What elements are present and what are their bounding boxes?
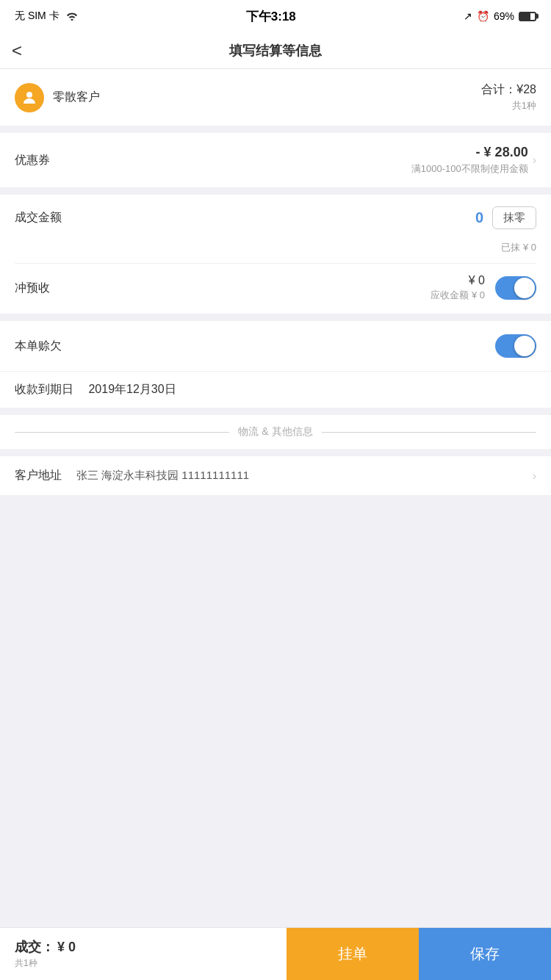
chevron-right-icon: › — [533, 154, 536, 167]
logistics-line-right — [322, 432, 536, 433]
alarm-icon: ⏰ — [477, 10, 489, 22]
due-date-row: 收款到期日 2019年12月30日 — [0, 371, 551, 408]
coupon-detail: 满1000-100不限制使用金额 — [411, 162, 528, 176]
customer-left: 零散客户 — [15, 83, 100, 112]
transaction-label: 成交金额 — [15, 210, 62, 226]
content: 零散客户 合计：¥28 共1种 优惠券 - ¥ 28.00 满1000-100不… — [0, 69, 551, 716]
page-title: 填写结算等信息 — [229, 42, 322, 60]
back-button[interactable]: < — [12, 40, 22, 61]
coupon-value-wrapper: - ¥ 28.00 满1000-100不限制使用金额 — [411, 145, 528, 176]
sim-status: 无 SIM 卡 — [15, 10, 60, 23]
total-amount: 合计：¥28 — [481, 82, 536, 98]
prepayment-toggle[interactable] — [495, 276, 536, 300]
customer-name: 零散客户 — [53, 90, 100, 105]
bottom-deal-amount: ¥ 0 — [57, 940, 76, 954]
battery-percent: 69% — [494, 10, 514, 22]
debt-label: 本单赊欠 — [15, 339, 62, 354]
prepayment-right: ¥ 0 应收金额 ¥ 0 — [431, 274, 536, 302]
bottom-summary: 成交： ¥ 0 共1种 — [0, 938, 287, 970]
round-sub-label: 已抹 ¥ 0 — [0, 241, 551, 263]
save-button[interactable]: 保存 — [419, 928, 551, 981]
status-bar: 无 SIM 卡 下午3:18 ↗ ⏰ 69% — [0, 0, 551, 32]
prepayment-amount-main: ¥ 0 — [431, 274, 485, 287]
debt-card: 本单赊欠 收款到期日 2019年12月30日 — [0, 321, 551, 408]
customer-card: 零散客户 合计：¥28 共1种 — [0, 69, 551, 126]
transaction-row: 成交金额 抹零 — [0, 195, 551, 241]
bottom-deal: 成交： ¥ 0 — [15, 938, 272, 956]
empty-area — [0, 502, 551, 649]
address-value: 张三 海淀永丰科技园 11111111111 — [76, 469, 533, 483]
prepayment-label: 冲预收 — [15, 281, 50, 296]
customer-row: 零散客户 合计：¥28 共1种 — [0, 69, 551, 126]
address-label: 客户地址 — [15, 468, 62, 483]
debt-row: 本单赊欠 — [0, 321, 551, 371]
coupon-row[interactable]: 优惠券 - ¥ 28.00 满1000-100不限制使用金额 › — [0, 133, 551, 187]
hang-button[interactable]: 挂单 — [287, 928, 419, 981]
address-chevron-icon: › — [533, 469, 536, 483]
wifi-icon — [65, 10, 79, 23]
coupon-discount: - ¥ 28.00 — [411, 145, 528, 160]
status-right: ↗ ⏰ 69% — [464, 10, 536, 22]
status-time: 下午3:18 — [246, 8, 296, 25]
coupon-right: - ¥ 28.00 满1000-100不限制使用金额 › — [411, 145, 536, 176]
logistics-line-left — [15, 432, 229, 433]
prepayment-amount-sub: 应收金额 ¥ 0 — [431, 289, 485, 302]
address-row[interactable]: 客户地址 张三 海淀永丰科技园 11111111111 › — [0, 456, 551, 495]
prepayment-row: 冲预收 ¥ 0 应收金额 ¥ 0 — [15, 274, 536, 302]
transaction-input[interactable] — [294, 209, 483, 226]
coupon-label: 优惠券 — [15, 153, 50, 168]
total-count: 共1种 — [481, 99, 536, 112]
logistics-title: 物流 & 其他信息 — [229, 425, 321, 439]
prepayment-section: 冲预收 ¥ 0 应收金额 ¥ 0 — [0, 264, 551, 314]
nav-bar: < 填写结算等信息 — [0, 32, 551, 69]
coupon-card: 优惠券 - ¥ 28.00 满1000-100不限制使用金额 › — [0, 133, 551, 187]
location-icon: ↗ — [464, 10, 472, 22]
svg-point-0 — [26, 92, 32, 98]
round-zero-button[interactable]: 抹零 — [492, 206, 536, 229]
logistics-header: 物流 & 其他信息 — [0, 415, 551, 449]
debt-toggle[interactable] — [495, 334, 536, 358]
bottom-bar: 成交： ¥ 0 共1种 挂单 保存 — [0, 927, 551, 980]
transaction-card: 成交金额 抹零 已抹 ¥ 0 冲预收 ¥ 0 应收金额 ¥ 0 — [0, 195, 551, 314]
due-date-label: 收款到期日 — [15, 383, 73, 395]
battery-icon — [519, 12, 536, 21]
logistics-card: 物流 & 其他信息 — [0, 415, 551, 449]
avatar — [15, 83, 44, 112]
status-left: 无 SIM 卡 — [15, 10, 79, 23]
toggle-knob — [514, 278, 535, 298]
prepayment-amounts: ¥ 0 应收金额 ¥ 0 — [431, 274, 485, 302]
customer-summary: 合计：¥28 共1种 — [481, 82, 536, 112]
bottom-count: 共1种 — [15, 957, 272, 970]
address-card: 客户地址 张三 海淀永丰科技园 11111111111 › — [0, 456, 551, 495]
bottom-deal-label: 成交： — [15, 940, 54, 954]
transaction-value-wrapper: 抹零 — [294, 206, 536, 229]
due-date-value: 2019年12月30日 — [88, 383, 176, 395]
debt-toggle-knob — [514, 336, 535, 356]
